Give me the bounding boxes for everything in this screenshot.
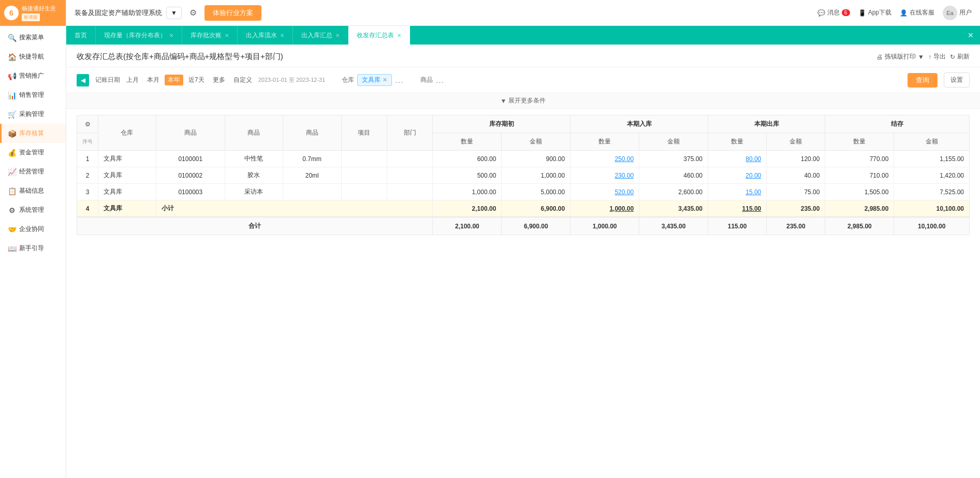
search-icon: 🔍 xyxy=(8,34,16,42)
sidebar-item-base[interactable]: 📋 基础信息 xyxy=(0,181,66,200)
tab-batch[interactable]: 库存批次账 ✕ xyxy=(182,26,238,45)
app-download-item[interactable]: 📱 App下载 xyxy=(858,8,891,17)
cell-dept-3 xyxy=(387,184,433,200)
inventory-icon: 📦 xyxy=(8,129,16,138)
enterprise-icon: 🤝 xyxy=(8,225,16,234)
cell-total-out-qty: 115.00 xyxy=(708,217,767,235)
sidebar-item-search[interactable]: 🔍 搜索菜单 xyxy=(0,28,66,47)
filter-toggle-button[interactable]: ◀ xyxy=(77,74,89,86)
th-goods-name: 商品 xyxy=(225,115,283,151)
tab-home-label: 首页 xyxy=(75,31,87,40)
tabs-close-all-icon[interactable]: ✕ xyxy=(961,31,980,39)
date-btn-custom[interactable]: 自定义 xyxy=(230,75,255,85)
tab-batch-label: 库存批次账 xyxy=(191,31,222,40)
tab-batch-close[interactable]: ✕ xyxy=(225,33,229,38)
cell-subtotal-out-qty[interactable]: 115.00 xyxy=(708,200,767,218)
cell-in-qty-3[interactable]: 520.00 xyxy=(571,184,639,200)
cell-open-qty-1: 600.00 xyxy=(433,151,502,167)
tab-stock-dist[interactable]: 现存量（库存分布表） ✕ xyxy=(96,26,182,45)
tab-inout-flow-close[interactable]: ✕ xyxy=(280,33,284,38)
message-item[interactable]: 💬 消息 6 xyxy=(817,8,850,17)
table-section: ⚙ 仓库 商品 商品 商品 项目 部门 库存期初 本期入库 本期出库 xyxy=(66,115,980,245)
sidebar-menu: 🔍 搜索菜单 🏠 快捷导航 📢 营销推广 📊 销售管理 🛒 采购管理 📦 库存核… xyxy=(0,26,66,478)
tab-stock-dist-close[interactable]: ✕ xyxy=(169,33,173,38)
sidebar-item-purchase[interactable]: 🛒 采购管理 xyxy=(0,105,66,124)
cell-in-qty-2[interactable]: 230.00 xyxy=(571,167,639,184)
tab-inout-summary-close[interactable]: ✕ xyxy=(335,33,340,38)
query-button[interactable]: 查询 xyxy=(908,73,938,88)
system-dropdown[interactable]: ▼ xyxy=(166,7,182,19)
print-icon: 🖨 xyxy=(876,53,883,61)
th-settings[interactable]: ⚙ xyxy=(77,115,98,133)
cell-out-qty-1[interactable]: 80.00 xyxy=(708,151,767,167)
filter-settings-button[interactable]: 设置 xyxy=(944,73,970,88)
sidebar-item-system[interactable]: ⚙ 系统管理 xyxy=(0,200,66,220)
export-button[interactable]: ↑ 导出 xyxy=(928,52,946,61)
cell-out-qty-3[interactable]: 15.00 xyxy=(708,184,767,200)
cell-dept-2 xyxy=(387,167,433,184)
quick-icon: 🏠 xyxy=(8,53,16,61)
cell-bal-qty-1: 770.00 xyxy=(825,151,894,167)
trial-button[interactable]: 体验行业方案 xyxy=(204,5,261,21)
cell-subtotal-in-qty[interactable]: 1,000.00 xyxy=(571,200,639,218)
warehouse-tag-close-icon[interactable]: ✕ xyxy=(383,77,387,83)
user-item[interactable]: Ea 用户 xyxy=(943,6,972,20)
sidebar-item-guide[interactable]: 📖 新手引导 xyxy=(0,239,66,258)
goods-more-button[interactable]: ... xyxy=(436,76,444,85)
cell-in-amt-3: 2,600.00 xyxy=(639,184,708,200)
date-btn-more[interactable]: 更多 xyxy=(210,75,228,85)
date-options: 上月 本月 本年 近7天 更多 自定义 xyxy=(123,75,255,85)
app-tag: 标准版 xyxy=(22,13,40,21)
tabs-bar: 首页 现存量（库存分布表） ✕ 库存批次账 ✕ 出入库流水 ✕ 出入库汇总 ✕ … xyxy=(66,26,980,45)
tab-recv-send-close[interactable]: ✕ xyxy=(397,33,401,38)
export-label: 导出 xyxy=(933,52,946,61)
filter-bar: ◀ 记账日期 上月 本月 本年 近7天 更多 自定义 2023-01-01 至 … xyxy=(66,67,980,93)
tab-home[interactable]: 首页 xyxy=(66,26,96,45)
export-icon: ↑ xyxy=(928,53,931,61)
sidebar-item-label-base: 基础信息 xyxy=(19,186,44,195)
refresh-button[interactable]: ↻ 刷新 xyxy=(950,52,970,61)
tab-recv-send[interactable]: 收发存汇总表 ✕ xyxy=(348,26,410,45)
cell-open-amt-1: 900.00 xyxy=(502,151,571,167)
expand-conditions-button[interactable]: ▼ 展开更多条件 xyxy=(501,96,546,105)
warehouse-more-button[interactable]: ... xyxy=(395,76,403,85)
sidebar-item-marketing[interactable]: 📢 营销推广 xyxy=(0,66,66,85)
online-service-item[interactable]: 👤 在线客服 xyxy=(900,8,934,17)
cell-open-amt-2: 1,000.00 xyxy=(502,167,571,184)
cell-bal-amt-3: 7,525.00 xyxy=(894,184,969,200)
cell-in-qty-1[interactable]: 250.00 xyxy=(571,151,639,167)
cell-open-qty-3: 1,000.00 xyxy=(433,184,502,200)
sidebar-item-quick[interactable]: 🏠 快捷导航 xyxy=(0,47,66,66)
th-bal-amt: 金额 xyxy=(894,133,969,151)
settings-gear-icon[interactable]: ⚙ xyxy=(186,6,200,20)
sidebar-item-operation[interactable]: 📈 经营管理 xyxy=(0,162,66,181)
date-btn-this-year[interactable]: 本年 xyxy=(165,75,183,85)
sidebar-item-label-enterprise: 企业协同 xyxy=(19,225,44,234)
tab-inout-summary[interactable]: 出入库汇总 ✕ xyxy=(293,26,348,45)
sidebar-item-inventory[interactable]: 📦 库存核算 xyxy=(0,124,66,143)
th-bal-qty: 数量 xyxy=(825,133,894,151)
marketing-icon: 📢 xyxy=(8,72,16,80)
th-group-out: 本期出库 xyxy=(708,115,825,133)
th-no: 序号 xyxy=(77,133,98,151)
date-btn-last-month[interactable]: 上月 xyxy=(123,75,142,85)
warehouse-filter: 仓库 文具库 ✕ ... xyxy=(342,74,403,86)
print-button[interactable]: 🖨 拣镇版打印 ▼ xyxy=(876,52,924,61)
date-btn-this-month[interactable]: 本月 xyxy=(144,75,163,85)
sidebar-item-enterprise[interactable]: 🤝 企业协同 xyxy=(0,220,66,239)
th-dept: 部门 xyxy=(387,115,433,151)
online-service-label: 在线客服 xyxy=(910,8,934,17)
date-filter-label: 记账日期 xyxy=(95,76,120,84)
tab-inout-flow[interactable]: 出入库流水 ✕ xyxy=(238,26,293,45)
date-filter-section: 记账日期 上月 本月 本年 近7天 更多 自定义 2023-01-01 至 20… xyxy=(95,75,325,85)
sidebar-item-sales[interactable]: 📊 销售管理 xyxy=(0,85,66,105)
page-content: 收发存汇总表(按仓库+商品编码+商品+规格型号+项目+部门) 🖨 拣镇版打印 ▼… xyxy=(66,45,980,478)
date-btn-7days[interactable]: 近7天 xyxy=(185,75,208,85)
sidebar-item-finance[interactable]: 💰 资金管理 xyxy=(0,143,66,162)
cell-warehouse-2: 文具库 xyxy=(98,167,156,184)
cell-subtotal-warehouse: 文具库 xyxy=(98,200,156,218)
th-group-balance: 结存 xyxy=(825,115,969,133)
phone-icon: 📱 xyxy=(858,9,866,17)
cell-out-qty-2[interactable]: 20.00 xyxy=(708,167,767,184)
cell-total-out-amt: 235.00 xyxy=(767,217,825,235)
